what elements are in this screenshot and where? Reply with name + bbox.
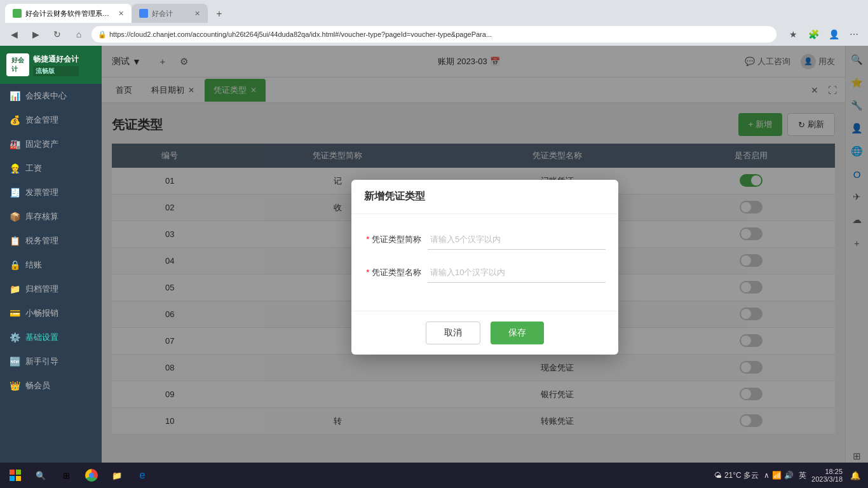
forward-button[interactable]: ▶ — [27, 25, 44, 43]
svg-rect-2 — [10, 476, 15, 481]
taskbar-network-icons: ∧ 📶 🔊 — [764, 471, 794, 480]
new-tab-button[interactable]: + — [210, 5, 228, 23]
name-label: * 凭证类型名称 — [364, 267, 428, 278]
sidebar-item-salary[interactable]: 👷 工资 — [0, 156, 102, 180]
sidebar-label-funds: 资金管理 — [25, 114, 58, 126]
modal-overlay: 新增凭证类型 * 凭证类型简称 * 凭证类型名称 取消 保存 — [102, 46, 868, 488]
investment-icon: 📊 — [9, 90, 20, 102]
invoice-icon: 🧾 — [9, 187, 20, 198]
sidebar-label-closing: 结账 — [25, 259, 42, 271]
refresh-nav-button[interactable]: ↻ — [48, 25, 66, 43]
closing-icon: 🔒 — [9, 259, 20, 271]
browser-tab-active[interactable]: 好会计云财务软件管理系统_会计 ✕ — [5, 4, 132, 23]
profile-btn[interactable]: 👤 — [825, 25, 843, 43]
browser-tab-close-1[interactable]: ✕ — [118, 10, 124, 18]
sidebar-label-guide: 新手引导 — [25, 356, 58, 367]
address-bar[interactable]: 🔒 https://cloud2.chanjet.com/accounting/… — [92, 26, 776, 43]
sidebar-label-basic: 基础设置 — [25, 332, 58, 343]
sidebar-item-guide[interactable]: 🆕 新手引导 — [0, 349, 102, 374]
logo-title: 畅捷通好会计 — [33, 54, 79, 65]
svg-rect-3 — [16, 476, 21, 481]
abbr-required-mark: * — [366, 234, 369, 244]
weather-icon: 🌤 — [714, 471, 722, 480]
sidebar-item-investment[interactable]: 📊 会投表中心 — [0, 84, 102, 108]
sidebar-nav: 📊 会投表中心 💰 资金管理 🏭 固定资产 👷 工资 🧾 发票管理 📦 — [0, 84, 102, 466]
sidebar-item-funds[interactable]: 💰 资金管理 — [0, 108, 102, 132]
sidebar-item-archive[interactable]: 📁 归档管理 — [0, 277, 102, 301]
svg-rect-0 — [10, 470, 15, 475]
sidebar-label-salary: 工资 — [25, 163, 42, 174]
taskbar-time: 18:25 2023/3/18 — [811, 468, 843, 483]
browser-tabs: 好会计云财务软件管理系统_会计 ✕ 好会计 ✕ + — [0, 0, 868, 23]
sidebar-item-expense[interactable]: 💳 小畅报销 — [0, 301, 102, 325]
cancel-button[interactable]: 取消 — [426, 322, 480, 344]
abbr-label-text: 凭证类型简称 — [372, 234, 421, 244]
sidebar-label-invoice: 发票管理 — [25, 187, 58, 198]
sidebar-item-fixed-assets[interactable]: 🏭 固定资产 — [0, 132, 102, 156]
weather-text: 21°C 多云 — [724, 470, 759, 481]
time-display: 18:25 — [811, 468, 843, 475]
sidebar-logo: 好会计 畅捷通好会计 流畅版 — [0, 46, 102, 84]
browser-tab-2[interactable]: 好会计 ✕ — [132, 4, 208, 23]
home-nav-button[interactable]: ⌂ — [70, 25, 88, 43]
taskbar-task-view[interactable]: ⊞ — [56, 465, 76, 485]
svg-rect-1 — [16, 470, 21, 475]
tax-icon: 📋 — [9, 235, 20, 247]
lock-icon: 🔒 — [98, 30, 107, 39]
extension-btn[interactable]: 🧩 — [804, 25, 822, 43]
guide-icon: 🆕 — [9, 356, 20, 367]
bookmark-btn[interactable]: ★ — [784, 25, 802, 43]
archive-icon: 📁 — [9, 283, 20, 295]
language-indicator: 英 — [799, 470, 806, 481]
taskbar-right: 🌤 21°C 多云 ∧ 📶 🔊 英 18:25 2023/3/18 🔔 — [714, 468, 863, 483]
menu-btn[interactable]: ⋯ — [845, 25, 863, 43]
browser-tab-close-2[interactable]: ✕ — [194, 10, 200, 18]
sidebar-item-basic[interactable]: ⚙️ 基础设置 — [0, 325, 102, 349]
name-label-text: 凭证类型名称 — [372, 268, 421, 277]
name-form-row: * 凭证类型名称 — [364, 262, 606, 283]
taskbar-chrome[interactable] — [81, 465, 102, 485]
browser-action-buttons: ★ 🧩 👤 ⋯ — [784, 25, 863, 43]
member-icon: 👑 — [9, 380, 20, 391]
wifi-icon: 📶 — [772, 471, 782, 480]
taskbar-search-button[interactable]: 🔍 — [31, 465, 51, 485]
modal-body: * 凭证类型简称 * 凭证类型名称 — [351, 214, 618, 311]
abbr-label: * 凭证类型简称 — [364, 234, 428, 245]
sidebar: 好会计 畅捷通好会计 流畅版 📊 会投表中心 💰 资金管理 🏭 固定资产 👷 — [0, 46, 102, 488]
name-input[interactable] — [428, 262, 606, 283]
sidebar-item-member[interactable]: 👑 畅会员 — [0, 374, 102, 398]
logo-subtitle: 流畅版 — [33, 66, 79, 76]
expense-icon: 💳 — [9, 308, 20, 319]
fixed-assets-icon: 🏭 — [9, 139, 20, 150]
sidebar-label-tax: 税务管理 — [25, 235, 58, 247]
new-voucher-type-modal: 新增凭证类型 * 凭证类型简称 * 凭证类型名称 取消 保存 — [351, 180, 618, 355]
start-button[interactable] — [5, 465, 25, 485]
taskbar-edge[interactable]: e — [132, 465, 153, 485]
browser-chrome: 好会计云财务软件管理系统_会计 ✕ 好会计 ✕ + ◀ ▶ ↻ ⌂ 🔒 http… — [0, 0, 868, 46]
sidebar-item-tax[interactable]: 📋 税务管理 — [0, 229, 102, 253]
funds-icon: 💰 — [9, 114, 20, 126]
sidebar-label-expense: 小畅报销 — [25, 308, 58, 319]
browser-address-bar: ◀ ▶ ↻ ⌂ 🔒 https://cloud2.chanjet.com/acc… — [0, 23, 868, 46]
sidebar-item-invoice[interactable]: 🧾 发票管理 — [0, 180, 102, 205]
notification-icon[interactable]: 🔔 — [848, 468, 863, 483]
address-url: https://cloud2.chanjet.com/accounting/uh… — [109, 30, 492, 38]
sidebar-item-inventory[interactable]: 📦 库存核算 — [0, 205, 102, 229]
tab-favicon-2 — [139, 9, 148, 18]
sidebar-label-inventory: 库存核算 — [25, 211, 58, 222]
inventory-icon: 📦 — [9, 211, 20, 222]
save-button[interactable]: 保存 — [491, 322, 544, 344]
abbr-input[interactable] — [428, 229, 606, 250]
taskbar: 🔍 ⊞ 📁 e 🌤 21°C 多云 ∧ 📶 🔊 英 18:25 2023/3/1… — [0, 463, 868, 488]
sidebar-label-investment: 会投表中心 — [25, 90, 67, 102]
back-button[interactable]: ◀ — [5, 25, 23, 43]
browser-tab-title-1: 好会计云财务软件管理系统_会计 — [25, 9, 114, 18]
modal-header: 新增凭证类型 — [351, 180, 618, 214]
taskbar-file-explorer[interactable]: 📁 — [107, 465, 127, 485]
taskbar-system-icons: 🌤 21°C 多云 — [714, 470, 759, 481]
browser-tab-title-2: 好会计 — [152, 9, 173, 18]
logo-icon: 好会计 — [6, 53, 29, 76]
modal-footer: 取消 保存 — [351, 311, 618, 355]
modal-title: 新增凭证类型 — [364, 191, 425, 201]
sidebar-item-closing[interactable]: 🔒 结账 — [0, 253, 102, 277]
